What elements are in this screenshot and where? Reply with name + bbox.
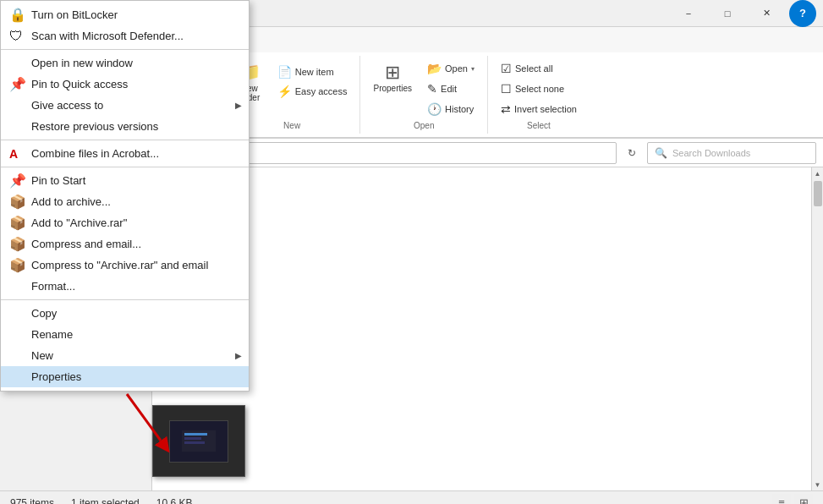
properties-icon: ⊞ — [385, 63, 400, 82]
view-controls: ≡ ⊞ — [772, 494, 813, 505]
easy-access-button[interactable]: ⚡ Easy access — [272, 82, 354, 101]
select-label: Select — [488, 121, 590, 130]
new-item-icon: 📄 — [277, 65, 292, 79]
scroll-down-arrow[interactable]: ▼ — [812, 479, 824, 490]
invert-icon: ⇄ — [501, 102, 511, 116]
new-arrow: ▶ — [235, 351, 242, 360]
context-menu: 🔒 Turn on BitLocker 🛡 Scan with Microsof… — [0, 0, 250, 392]
invert-selection-button[interactable]: ⇄ Invert selection — [495, 100, 583, 118]
select-all-button[interactable]: ☑ Select all — [495, 59, 583, 78]
give-access-arrow: ▶ — [235, 101, 242, 110]
select-none-icon: ☐ — [501, 82, 512, 96]
easy-access-icon: ⚡ — [277, 85, 292, 98]
ribbon-group-select: ☑ Select all ☐ Select none ⇄ Invert sele… — [488, 56, 590, 134]
pin-icon: 📌 — [9, 76, 26, 92]
separator-4 — [1, 299, 249, 300]
scroll-up-arrow[interactable]: ▲ — [812, 167, 824, 179]
edit-button[interactable]: ✎ Edit — [421, 79, 480, 98]
scroll-thumb[interactable] — [814, 181, 822, 206]
pin-start-icon: 📌 — [9, 173, 26, 189]
ribbon-group-open: ⊞ Properties 📂 Open ▾ ✎ Edit 🕐 History — [360, 56, 488, 134]
vertical-scrollbar[interactable]: ▲ ▼ — [811, 167, 823, 490]
minimize-button[interactable]: − — [669, 0, 708, 27]
cm-item-properties[interactable]: Properties — [1, 366, 249, 387]
compress-rar-email-icon: 📦 — [9, 257, 26, 273]
select-group-right: ☑ Select all ☐ Select none ⇄ Invert sele… — [495, 59, 583, 118]
cm-item-rename[interactable]: Rename — [1, 324, 249, 345]
history-icon: 🕐 — [427, 102, 442, 116]
defender-icon: 🛡 — [9, 29, 23, 44]
select-none-button[interactable]: ☐ Select none — [495, 79, 583, 98]
cm-item-compress-email[interactable]: 📦 Compress and email... — [1, 233, 249, 255]
open-icon: 📂 — [427, 62, 442, 75]
search-placeholder: Search Downloads — [672, 148, 750, 158]
cm-item-compress-rar-email[interactable]: 📦 Compress to "Archive.rar" and email — [1, 255, 249, 276]
cm-item-copy[interactable]: Copy — [1, 303, 249, 324]
select-all-icon: ☑ — [501, 62, 512, 75]
cm-item-open-new-window[interactable]: Open in new window — [1, 52, 249, 74]
status-size: 10.6 KB — [156, 497, 193, 505]
cm-item-pin-quick-access[interactable]: 📌 Pin to Quick access — [1, 74, 249, 95]
archive-rar-icon: 📦 — [9, 215, 26, 231]
cm-item-new[interactable]: New ▶ — [1, 345, 249, 366]
status-selection: 1 item selected — [71, 497, 140, 505]
separator-2 — [1, 140, 249, 140]
cm-item-give-access[interactable]: Give access to ▶ — [1, 95, 249, 116]
details-view-button[interactable]: ≡ — [772, 494, 791, 505]
svg-line-1 — [127, 394, 161, 441]
cm-item-defender[interactable]: 🛡 Scan with Microsoft Defender... — [1, 25, 249, 47]
maximize-button[interactable]: □ — [708, 0, 747, 27]
history-button[interactable]: 🕐 History — [421, 100, 480, 118]
refresh-button[interactable]: ↻ — [620, 142, 644, 164]
status-item-count: 975 items — [10, 497, 54, 505]
cm-item-restore-versions[interactable]: Restore previous versions — [1, 116, 249, 137]
bitlocker-icon: 🔒 — [9, 7, 26, 23]
cm-item-combine-acrobat[interactable]: A Combine files in Acrobat... — [1, 143, 249, 164]
close-button[interactable]: ✕ — [747, 0, 786, 27]
acrobat-icon: A — [9, 147, 18, 161]
titlebar-controls: − □ ✕ ? — [669, 0, 816, 27]
cm-item-add-archive-rar[interactable]: 📦 Add to "Archive.rar" — [1, 212, 249, 233]
annotation-arrow — [76, 386, 178, 453]
cm-item-pin-start[interactable]: 📌 Pin to Start — [1, 170, 249, 191]
separator-1 — [1, 49, 249, 50]
edit-icon: ✎ — [427, 82, 437, 96]
open-label: Open — [360, 121, 487, 130]
cm-item-add-archive[interactable]: 📦 Add to archive... — [1, 191, 249, 212]
new-item-button[interactable]: 📄 New item — [272, 63, 354, 81]
cm-item-bitlocker[interactable]: 🔒 Turn on BitLocker — [1, 4, 249, 25]
help-button[interactable]: ? — [789, 0, 816, 27]
status-bar: 975 items 1 item selected 10.6 KB ≡ ⊞ — [0, 490, 823, 504]
open-group-right: 📂 Open ▾ ✎ Edit 🕐 History — [421, 59, 480, 118]
open-button[interactable]: 📂 Open ▾ — [421, 59, 480, 78]
search-icon: 🔍 — [655, 147, 667, 159]
search-field[interactable]: 🔍 Search Downloads — [647, 142, 816, 164]
archive-icon: 📦 — [9, 194, 26, 210]
compress-email-icon: 📦 — [9, 236, 26, 252]
tiles-view-button[interactable]: ⊞ — [794, 494, 813, 505]
properties-button[interactable]: ⊞ Properties — [367, 59, 418, 97]
content-wrapper: ▲ ▼ — [152, 167, 823, 490]
cm-item-format[interactable]: Format... — [1, 276, 249, 297]
separator-3 — [1, 167, 249, 167]
